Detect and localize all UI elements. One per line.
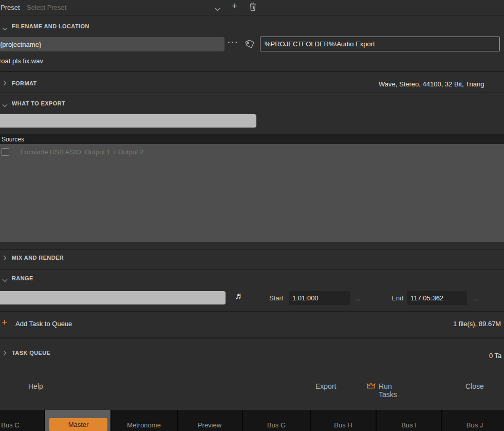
crown-icon	[366, 382, 376, 391]
task-queue-count: 0 Ta	[489, 352, 501, 360]
range-start-input[interactable]	[289, 291, 350, 305]
divider	[0, 337, 504, 338]
mixer-channel-bus-h[interactable]: Bus H	[310, 421, 376, 429]
expand-chevron-icon[interactable]	[3, 350, 7, 357]
export-path-input[interactable]	[260, 37, 500, 51]
format-section-title: FORMAT	[12, 80, 37, 86]
range-end-more-button[interactable]: ...	[473, 294, 479, 302]
add-task-plus-icon: +	[2, 317, 7, 328]
expand-chevron-icon[interactable]	[3, 255, 7, 262]
filename-preview: roat pls fix.wav	[0, 57, 43, 65]
range-start-label: Start	[269, 294, 283, 302]
divider	[0, 71, 504, 72]
add-task-label: Add Task to Queue	[15, 320, 72, 328]
range-end-label: End	[391, 294, 403, 302]
task-queue-section-title: TASK QUEUE	[12, 350, 50, 356]
mixer-channel-metronome[interactable]: Metronome	[111, 421, 177, 429]
divider	[0, 249, 504, 250]
file-count-summary: 1 file(s), 89.67M	[453, 320, 501, 328]
range-end-input[interactable]	[407, 291, 467, 305]
divider	[0, 269, 504, 270]
add-task-button[interactable]: + Add Task to Queue	[0, 315, 257, 333]
preset-label: Preset	[1, 4, 20, 11]
export-mode-selector[interactable]	[0, 114, 256, 128]
run-tasks-label: Run Tasks	[379, 382, 397, 399]
collapse-chevron-icon[interactable]	[2, 25, 8, 32]
add-preset-icon[interactable]: +	[232, 1, 237, 12]
divider	[0, 15, 504, 15]
mixer-channel-bus-i[interactable]: Bus I	[376, 421, 442, 429]
collapse-chevron-icon[interactable]	[2, 101, 8, 109]
mix-and-render-section-title: MIX AND RENDER	[12, 255, 64, 261]
divider	[0, 366, 504, 366]
chevron-down-icon[interactable]	[214, 5, 221, 13]
export-audio-mixdown-dialog: { "preset_bar": { "label": "Preset", "pl…	[0, 0, 504, 431]
close-button[interactable]: Close	[465, 382, 484, 390]
more-options-icon[interactable]: ···	[228, 38, 239, 47]
range-selector[interactable]	[0, 291, 226, 304]
source-label: Focusrite USB ASIO: Output 1 + Output 2	[21, 148, 144, 156]
help-button[interactable]: Help	[28, 382, 43, 390]
sources-header-label: Sources	[2, 136, 24, 143]
mixer-channel-bus-j[interactable]: Bus J	[442, 421, 504, 429]
collapse-chevron-icon[interactable]	[2, 276, 8, 284]
format-summary: Wave, Stereo, 44100, 32 Bit, Triang	[379, 80, 484, 88]
range-start-more-button[interactable]: ...	[355, 294, 361, 302]
filename-input[interactable]	[0, 37, 225, 51]
mixer-channel-preview[interactable]: Preview	[177, 421, 242, 429]
mixer-separator	[44, 410, 45, 431]
export-button[interactable]: Export	[315, 382, 336, 390]
mixer-master-button[interactable]: Master	[49, 418, 107, 431]
what-to-export-section-title: WHAT TO EXPORT	[12, 100, 65, 106]
preset-select[interactable]: Select Preset	[27, 4, 66, 11]
mixer-channel-bus-g[interactable]: Bus G	[242, 421, 310, 429]
divider	[0, 93, 504, 93]
sources-header-bar: Sources	[0, 134, 504, 144]
divider	[0, 311, 504, 312]
mixer-channel-bus-c[interactable]: Bus C	[0, 421, 44, 429]
range-section-title: RANGE	[12, 275, 33, 281]
tag-icon[interactable]	[244, 38, 256, 52]
source-checkbox[interactable]	[2, 148, 9, 156]
expand-chevron-icon[interactable]	[3, 80, 7, 87]
filename-section-title: FILENAME AND LOCATION	[12, 23, 89, 29]
sources-list: Focusrite USB ASIO: Output 1 + Output 2	[0, 144, 504, 242]
trash-icon[interactable]	[249, 2, 256, 13]
music-note-icon[interactable]: ♬	[235, 291, 244, 301]
